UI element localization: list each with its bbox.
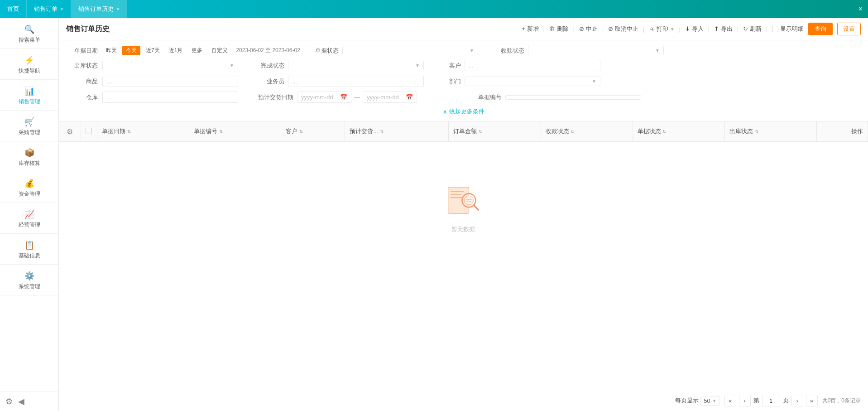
calendar-to-icon[interactable]: 📅 [406, 94, 413, 101]
window-close-icon[interactable]: × [858, 5, 863, 13]
warehouse-input[interactable]: ... [102, 92, 238, 103]
base-info-icon: 📋 [24, 240, 34, 250]
svg-line-6 [474, 205, 479, 210]
date-pill-custom[interactable]: 自定义 [208, 46, 231, 55]
prev-page-icon: ‹ [743, 397, 745, 404]
first-page-icon: « [729, 397, 732, 404]
th-date[interactable]: 单据日期 ⇅ [97, 121, 189, 142]
complete-status-select[interactable]: ▼ [288, 61, 424, 70]
th-order-status[interactable]: 单据状态 ⇅ [633, 121, 724, 142]
finance-icon: 💰 [24, 179, 34, 189]
goods-input[interactable]: ... [102, 76, 238, 87]
date-pill-yesterday[interactable]: 昨天 [102, 46, 120, 55]
last-page-button[interactable]: » [806, 395, 818, 406]
th-amount[interactable]: 订单金额 ⇅ [449, 121, 541, 142]
tab-sales-order[interactable]: 销售订单 × [27, 0, 71, 18]
export-button[interactable]: ⬆ 导出 [714, 25, 733, 33]
department-label: 部门 [442, 77, 465, 86]
system-mgmt-icon: ⚙️ [24, 271, 34, 281]
next-page-button[interactable]: › [791, 395, 803, 406]
customer-label: 客户 [442, 62, 465, 70]
salesperson-dots[interactable]: ... [292, 78, 297, 85]
sidebar-collapse-icon[interactable]: ◀ [18, 396, 24, 406]
receipt-status-select[interactable]: ▼ [528, 46, 664, 55]
date-pill-7days[interactable]: 近7天 [142, 46, 163, 55]
expected-date-to[interactable]: yyyy-mm-dd 📅 [363, 92, 417, 103]
sidebar-item-sales-mgmt[interactable]: 📊 销售管理 [0, 80, 58, 111]
th-receipt-status-sort-icon[interactable]: ⇅ [571, 129, 574, 134]
th-expected-date-sort-icon[interactable]: ⇅ [380, 129, 384, 134]
outbound-status-select[interactable]: ▼ [102, 61, 238, 70]
th-outbound-status-sort-icon[interactable]: ⇅ [755, 129, 758, 134]
import-button[interactable]: ⬇ 导入 [685, 25, 704, 33]
new-button[interactable]: + 新增 [522, 25, 538, 33]
refresh-button[interactable]: ↻ 刷新 [743, 25, 762, 33]
empty-state: 暂无数据 [59, 142, 868, 251]
expected-date-from[interactable]: yyyy-mm-dd 📅 [297, 92, 351, 103]
customer-dots[interactable]: ... [469, 62, 474, 69]
page-title: 销售订单历史 [66, 24, 110, 34]
table-settings-icon[interactable]: ⚙ [63, 125, 76, 138]
th-customer-sort-icon[interactable]: ⇅ [299, 129, 303, 134]
page-number-input[interactable] [762, 395, 780, 406]
th-date-sort-icon[interactable]: ⇅ [127, 129, 131, 134]
quick-nav-icon: ⚡ [24, 55, 34, 65]
sidebar-item-quick-nav[interactable]: ⚡ 快捷导航 [0, 49, 58, 80]
warehouse-dots[interactable]: ... [106, 94, 111, 101]
display-cols-toggle[interactable]: 显示明细 [772, 25, 804, 33]
sidebar-item-system-mgmt[interactable]: ⚙️ 系统管理 [0, 265, 58, 295]
print-button[interactable]: 🖨 打印 ▼ [649, 25, 675, 33]
page-size-box[interactable]: 50 ▼ [700, 396, 719, 406]
cancel-stop-button[interactable]: ⊘ 取消中止 [608, 25, 638, 33]
goods-dots[interactable]: ... [106, 78, 111, 85]
last-page-icon: » [810, 397, 813, 404]
th-no[interactable]: 单据编号 ⇅ [189, 121, 281, 142]
sidebar-settings-icon[interactable]: ⚙ [5, 396, 13, 406]
prev-page-button[interactable]: ‹ [739, 395, 751, 406]
close-sales-order-history-tab-icon[interactable]: × [116, 6, 120, 12]
sidebar-item-search-menu[interactable]: 🔍 搜索菜单 [0, 18, 58, 49]
th-no-sort-icon[interactable]: ⇅ [219, 129, 223, 134]
first-page-button[interactable]: « [724, 395, 736, 406]
table-footer: 每页显示 50 ▼ « ‹ 第 页 › [59, 390, 868, 411]
sidebar-label-base-info: 基础信息 [19, 252, 40, 260]
tab-home[interactable]: 首页 [0, 0, 27, 18]
display-cols-checkbox[interactable] [772, 26, 778, 32]
table-select-all-checkbox[interactable] [86, 128, 92, 134]
order-status-select[interactable]: ▼ [342, 46, 478, 55]
sidebar-item-finance[interactable]: 💰 资金管理 [0, 172, 58, 203]
page-size-chevron-icon: ▼ [712, 398, 717, 403]
sidebar-item-base-info[interactable]: 📋 基础信息 [0, 234, 58, 265]
toolbar: + 新增 | 🗑 删除 | ⊘ 中止 | ⊘ 取消中止 | 🖨 打印 ▼ | ⬇… [522, 23, 861, 35]
date-pill-today[interactable]: 今天 [122, 46, 140, 55]
delete-button[interactable]: 🗑 删除 [549, 25, 569, 33]
stop-button[interactable]: ⊘ 中止 [579, 25, 598, 33]
sidebar-item-purchase-mgmt[interactable]: 🛒 采购管理 [0, 111, 58, 141]
th-amount-sort-icon[interactable]: ⇅ [479, 129, 482, 134]
order-no-input[interactable] [505, 95, 641, 100]
close-sales-order-tab-icon[interactable]: × [60, 6, 63, 12]
date-pill-1month[interactable]: 近1月 [165, 46, 187, 55]
query-button[interactable]: 查询 [808, 23, 833, 35]
sidebar-item-operations[interactable]: 📈 经营管理 [0, 203, 58, 234]
th-order-status-sort-icon[interactable]: ⇅ [662, 129, 666, 134]
sidebar-item-inventory[interactable]: 📦 库存核算 [0, 141, 58, 172]
customer-input[interactable]: ... [465, 60, 600, 71]
th-customer[interactable]: 客户 ⇅ [281, 121, 345, 142]
department-select[interactable]: ▼ [465, 77, 600, 86]
date-filter-value: 昨天 今天 近7天 近1月 更多 自定义 2023-06-02 至 2023-0… [102, 46, 311, 55]
th-receipt-status[interactable]: 收款状态 ⇅ [541, 121, 633, 142]
th-settings[interactable]: ⚙ [59, 121, 81, 142]
tab-sales-order-history[interactable]: 销售订单历史 × [71, 0, 127, 18]
tab-sales-order-history-label: 销售订单历史 [78, 5, 114, 13]
th-checkbox[interactable] [81, 121, 97, 142]
salesperson-input[interactable]: ... [288, 76, 424, 87]
order-no-label: 单据编号 [478, 93, 505, 102]
date-pill-more[interactable]: 更多 [188, 46, 206, 55]
calendar-from-icon[interactable]: 📅 [340, 94, 347, 101]
settings-button[interactable]: 设置 [837, 23, 861, 35]
date-separator: — [354, 94, 360, 101]
th-expected-date[interactable]: 预计交货... ⇅ [345, 121, 449, 142]
collapse-filter-row[interactable]: ∧ 收起更多条件 [66, 107, 861, 116]
th-outbound-status[interactable]: 出库状态 ⇅ [724, 121, 816, 142]
